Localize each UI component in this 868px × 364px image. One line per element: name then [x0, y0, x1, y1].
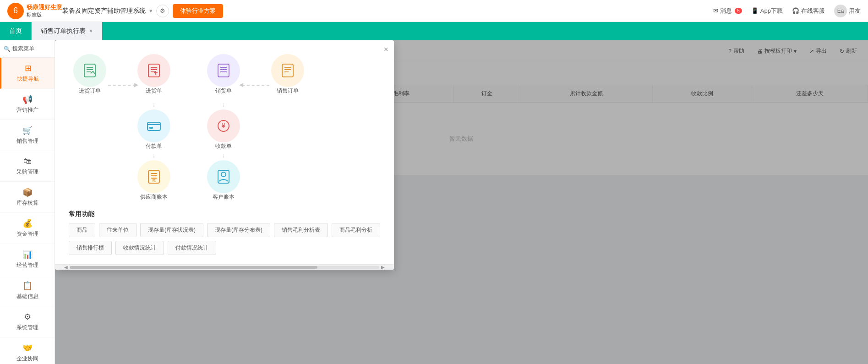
overlay[interactable]: × 进货订单 ▶: [55, 40, 868, 364]
common-btn-stock-dist[interactable]: 现存量(库存分布表): [207, 223, 270, 237]
common-title: 常用功能: [69, 210, 380, 218]
scrollbar-thumb[interactable]: [70, 266, 317, 269]
inventory-icon: 📦: [22, 187, 33, 197]
sidebar-item-inventory[interactable]: 📦 库存核算: [0, 182, 55, 213]
sales-order-circle[interactable]: [271, 54, 304, 87]
common-btn-collection-stats[interactable]: 收款情况统计: [115, 241, 164, 255]
sales-invoice-circle[interactable]: [207, 54, 240, 87]
sidebar-item-quick-nav[interactable]: ⊞ 快捷导航: [0, 58, 55, 89]
svg-rect-10: [218, 64, 229, 77]
down-arrow-supplier: ↓: [153, 152, 156, 158]
quick-nav-icon: ⊞: [25, 63, 32, 73]
message-icon: ✉: [713, 7, 718, 14]
trial-button[interactable]: 体验行业方案: [173, 4, 223, 18]
sidebar-item-basic-info[interactable]: 📋 基础信息: [0, 275, 55, 306]
svg-rect-20: [149, 127, 153, 129]
scrollbar-track[interactable]: [70, 266, 379, 269]
supplier-ledger-circle[interactable]: 账: [137, 160, 170, 193]
search-icon: 🔍: [4, 46, 11, 52]
flow-diagram: 进货订单 ▶ 进货单: [55, 40, 394, 210]
avatar: Ea: [834, 5, 847, 17]
sales-invoice-label: 销货单: [215, 87, 232, 95]
scroll-right-icon[interactable]: ▶: [379, 265, 387, 270]
common-btn-payment-stats[interactable]: 付款情况统计: [168, 241, 216, 255]
payment-circle[interactable]: [137, 109, 170, 142]
logo: 6 畅康通好生意 标准版: [7, 3, 62, 19]
sales-order-label: 销售订单: [277, 87, 299, 95]
flow-node-purchase-order: 进货订单: [73, 54, 106, 95]
content-area: ? 帮助 🖨 按模板打印 ▾ ↗ 导出 ↻ 刷新 📅 单据状态: [55, 40, 868, 364]
common-btn-sales-rank[interactable]: 销售排行榜: [69, 241, 112, 255]
search-menu[interactable]: 🔍 搜索菜单: [0, 40, 55, 58]
purchase-order-circle[interactable]: [73, 54, 106, 87]
basic-info-icon: 📋: [22, 281, 33, 291]
svg-rect-4: [148, 64, 159, 77]
svg-rect-0: [84, 64, 95, 77]
sidebar-item-operations[interactable]: 📊 经营管理: [0, 244, 55, 275]
purchase-icon: 🛍: [23, 157, 32, 166]
down-arrow-customer: ↓: [222, 152, 225, 158]
down-arrow-receipt: ↓: [222, 101, 225, 108]
message-item[interactable]: ✉ 消息 5: [713, 7, 742, 15]
common-btn-partner[interactable]: 往来单位: [99, 223, 136, 237]
panel-scrollbar: ◀ ▶: [55, 264, 394, 270]
sidebar: 🔍 搜索菜单 ⊞ 快捷导航 📢 营销推广 🛒 销售管理 🛍 采购管理 📦 库存核…: [0, 40, 55, 364]
sidebar-item-marketing[interactable]: 📢 营销推广: [0, 89, 55, 120]
down-arrow-payment: ↓: [153, 101, 156, 108]
tab-home[interactable]: 首页: [0, 22, 32, 40]
sidebar-item-system[interactable]: ⚙ 系统管理: [0, 306, 55, 337]
flow-node-sales-order: 销售订单: [271, 54, 304, 95]
download-icon: 📱: [751, 7, 759, 14]
finance-icon: 💰: [22, 218, 33, 228]
purchase-receipt-label: 进货单: [146, 87, 162, 95]
common-section: 常用功能 商品 往来单位 现存量(库存状况表) 现存量(库存分布表) 销售毛利分…: [55, 210, 394, 264]
operations-icon: 📊: [22, 250, 33, 260]
svg-point-29: [221, 172, 226, 177]
panel-close-button[interactable]: ×: [383, 45, 388, 54]
svg-text:¥: ¥: [221, 122, 226, 130]
supplier-ledger-label: 供应商账本: [140, 193, 168, 201]
quick-panel: × 进货订单 ▶: [55, 40, 394, 270]
user-info[interactable]: Ea 用友: [834, 5, 861, 17]
purchase-receipt-circle[interactable]: [137, 54, 170, 87]
topbar: 6 畅康通好生意 标准版 装备及固定资产辅助管理系统 ▾ ⚙ 体验行业方案 ✉ …: [0, 0, 868, 22]
sales-icon: 🛒: [22, 125, 33, 136]
svg-text:账: 账: [152, 178, 156, 182]
flow-node-sales-invoice: 销货单: [207, 54, 240, 95]
online-service-item[interactable]: 🎧 在线客服: [792, 7, 825, 15]
receipt-circle[interactable]: ¥: [207, 109, 240, 142]
sidebar-item-sales[interactable]: 🛒 销售管理: [0, 120, 55, 151]
topbar-right: ✉ 消息 5 📱 App下载 🎧 在线客服 Ea 用友: [713, 5, 861, 17]
common-btn-stock-status[interactable]: 现存量(库存状况表): [140, 223, 203, 237]
common-btn-sales-profit[interactable]: 销售毛利分析表: [274, 223, 328, 237]
message-badge: 5: [735, 8, 742, 14]
system-info: 装备及固定资产辅助管理系统 ▾ ⚙ 体验行业方案: [62, 4, 713, 18]
app-download-item[interactable]: 📱 App下载: [751, 7, 783, 15]
main-layout: 🔍 搜索菜单 ⊞ 快捷导航 📢 营销推广 🛒 销售管理 🛍 采购管理 📦 库存核…: [0, 40, 868, 364]
sidebar-item-finance[interactable]: 💰 资金管理: [0, 213, 55, 244]
flow-node-purchase-receipt: 进货单: [137, 54, 170, 95]
tab-close-icon[interactable]: ×: [89, 28, 93, 34]
settings-icon[interactable]: ⚙: [156, 5, 169, 17]
system-icon: ⚙: [24, 312, 31, 322]
receipt-label: 收款单: [215, 142, 232, 150]
nav-tabs: 首页 销售订单执行表 ×: [0, 22, 868, 40]
system-dropdown-icon[interactable]: ▾: [149, 7, 153, 14]
scroll-left-icon[interactable]: ◀: [62, 265, 70, 270]
logo-text: 畅康通好生意 标准版: [27, 4, 62, 18]
customer-ledger-circle[interactable]: [207, 160, 240, 193]
sidebar-item-purchase[interactable]: 🛍 采购管理: [0, 151, 55, 182]
purchase-order-label: 进货订单: [79, 87, 101, 95]
system-name: 装备及固定资产辅助管理系统: [62, 7, 146, 15]
marketing-icon: 📢: [22, 94, 33, 104]
svg-rect-14: [282, 64, 293, 77]
payment-label: 付款单: [146, 142, 162, 150]
common-btn-product-profit[interactable]: 商品毛利分析: [332, 223, 380, 237]
common-buttons: 商品 往来单位 现存量(库存状况表) 现存量(库存分布表) 销售毛利分析表 商品…: [69, 223, 380, 237]
logo-icon: 6: [7, 3, 24, 19]
common-btn-product[interactable]: 商品: [69, 223, 95, 237]
sidebar-item-enterprise[interactable]: 🤝 企业协同: [0, 337, 55, 364]
enterprise-icon: 🤝: [22, 343, 33, 353]
tab-sales-order[interactable]: 销售订单执行表 ×: [32, 22, 102, 40]
svg-rect-18: [147, 122, 160, 130]
